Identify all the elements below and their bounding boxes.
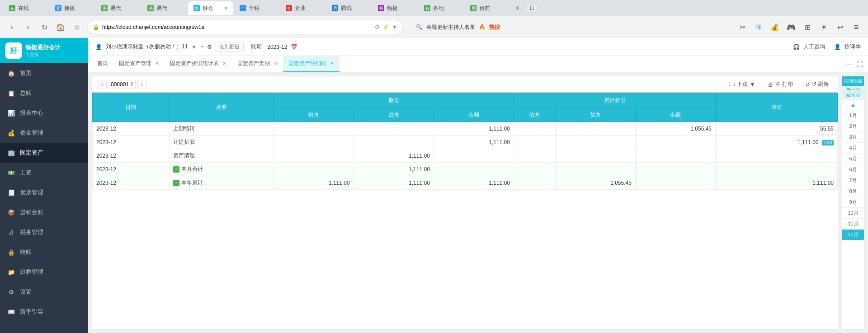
page-next-button[interactable]: › <box>137 80 146 89</box>
forward-button[interactable]: › <box>22 21 34 33</box>
bookmark-button[interactable]: ☆ <box>71 21 83 33</box>
back-button[interactable]: ‹ <box>5 21 18 33</box>
tab-xinban[interactable]: 新 新版 <box>50 1 95 15</box>
cell-date: 2023-12 <box>93 136 170 149</box>
sidebar-item-guide[interactable]: 📖 新手引导 <box>0 302 88 322</box>
sidebar-logo: 好 畅捷通好会计 专业版 <box>0 38 88 63</box>
tab-haohui[interactable]: 好 好会 ✕ <box>188 1 233 15</box>
tab-zaixin[interactable]: 在 在线 <box>4 1 49 15</box>
month-item-12[interactable]: 12月 <box>842 230 864 240</box>
month-item-9[interactable]: 9月 <box>842 197 864 208</box>
sidebar-item-fixed-assets[interactable]: 🏢 固定资产 <box>0 143 88 163</box>
sidebar-label-home: 首页 <box>20 69 32 77</box>
sidebar-item-invoice[interactable]: 🧾 发票管理 <box>0 183 88 202</box>
cell-accum-debit <box>514 122 555 136</box>
sidebar-item-home[interactable]: 🏠 首页 <box>0 63 88 83</box>
sidebar: 好 畅捷通好会计 专业版 🏠 首页 📋 总账 📊 报表中心 💰 资金管理 <box>0 38 88 333</box>
app-tab-home[interactable]: 首页 <box>92 56 113 72</box>
month-list: 1月 2月 3月 4月 5月 6月 7月 8月 9月 10月 11月 12月 <box>842 110 864 329</box>
tab-qiye[interactable]: C 企业 <box>280 1 326 15</box>
sidebar-item-ledger[interactable]: 📋 总账 <box>0 83 88 103</box>
sidebar-item-settings[interactable]: ⚙ 设置 <box>0 282 88 302</box>
app-container: 好 畅捷通好会计 专业版 🏠 首页 📋 总账 📊 报表中心 💰 资金管理 <box>0 38 868 333</box>
period-value: 2023-12 <box>267 44 287 50</box>
help-label[interactable]: 人工咨询 <box>803 43 825 51</box>
app-tab-asset-category[interactable]: 固定资产类别 ✕ <box>232 56 283 72</box>
download-button[interactable]: ↓ ↓ 下载 ▼ <box>725 79 759 89</box>
menu-icon[interactable]: ≡ <box>850 21 863 33</box>
sidebar-item-closing[interactable]: 🔒 结账 <box>0 242 88 262</box>
switch-version-button[interactable]: 切到旧版 <box>216 42 244 52</box>
translate-icon[interactable]: 译 <box>752 21 765 33</box>
cell-orig-balance <box>434 163 514 176</box>
month-item-5[interactable]: 5月 <box>842 154 864 164</box>
app-tab-asset-category-close[interactable]: ✕ <box>274 61 278 66</box>
tab-geshuui[interactable]: 个 个税 <box>234 1 279 15</box>
month-item-10[interactable]: 10月 <box>842 208 864 219</box>
site-settings-icon[interactable]: ⚙ <box>375 24 380 30</box>
cell-orig-debit <box>274 136 354 149</box>
theme-icon[interactable]: ☀ <box>817 21 830 33</box>
dropdown-icon[interactable]: ▼ <box>392 24 397 30</box>
month-item-8[interactable]: 8月 <box>842 186 864 197</box>
sidebar-item-reports[interactable]: 📊 报表中心 <box>0 103 88 123</box>
scissors-icon[interactable]: ✂ <box>736 21 749 33</box>
sidebar-label-reports: 报表中心 <box>20 109 43 117</box>
game-icon[interactable]: 🎮 <box>785 21 797 33</box>
search-text: 央视更新主持人名单 <box>426 23 475 31</box>
month-item-3[interactable]: 3月 <box>842 132 864 143</box>
month-item-6[interactable]: 6月 <box>842 164 864 175</box>
add-icon[interactable]: + <box>200 44 203 50</box>
home-button[interactable]: 🏠 <box>54 21 67 33</box>
dropdown-arrow: ▼ <box>750 81 755 88</box>
tab-changjie[interactable]: 畅 畅捷 <box>373 1 418 15</box>
refresh-icon: ↺ <box>806 81 810 88</box>
tab-yidai2[interactable]: 易 易代 <box>142 1 187 15</box>
app-tab-asset-mgmt[interactable]: 固定资产管理 ✕ <box>113 56 165 72</box>
username-label: 徐译华 <box>844 43 861 51</box>
sidebar-label-settings: 设置 <box>20 288 32 296</box>
url-bar[interactable]: 🔒 https://cloud.chanjet.com/accounting/u… <box>87 20 403 34</box>
table-body: 2023-12 上期结转 1,111.00 1,055.45 55.55 <box>93 122 838 190</box>
tab-yidai1[interactable]: 易 易代 <box>96 1 141 15</box>
tab-close-icon[interactable]: ✕ <box>224 5 228 11</box>
sidebar-item-purchase-sales[interactable]: 📦 进销台账 <box>0 202 88 222</box>
maximize-icon[interactable]: ⛶ <box>855 60 864 69</box>
month-item-4[interactable]: 4月 <box>842 143 864 154</box>
sidebar-item-tax[interactable]: 🖨 税务管理 <box>0 222 88 242</box>
refresh-button[interactable]: ↺ ↺ 刷新 <box>802 79 832 89</box>
app-tab-depreciation-stats-close[interactable]: ✕ <box>222 61 226 66</box>
tab-muqian[interactable]: 目 目前 <box>465 1 510 15</box>
wallet-icon[interactable]: 💰 <box>769 21 781 33</box>
page-input[interactable] <box>108 80 136 89</box>
tab-tencent[interactable]: 腾 腾讯 <box>326 1 372 15</box>
cell-accum-credit <box>555 163 635 176</box>
reports-icon: 📊 <box>7 109 15 117</box>
address-bar-row: ‹ › ↻ 🏠 ☆ 🔒 https://cloud.chanjet.com/ac… <box>0 16 868 38</box>
print-button[interactable]: 🖨 🖨 打印 <box>764 79 796 89</box>
settings-icon[interactable]: ⚙ <box>207 44 212 50</box>
calendar-icon[interactable]: 📅 <box>291 44 297 50</box>
app-tab-home-label: 首页 <box>97 60 108 67</box>
new-tab-button[interactable]: + <box>511 2 524 14</box>
app-tab-asset-detail[interactable]: 固定资产明细账 ✕ <box>283 56 340 72</box>
sidebar-item-funds[interactable]: 💰 资金管理 <box>0 123 88 143</box>
dropdown-arrow-icon[interactable]: ▼ <box>191 44 197 50</box>
reload-button[interactable]: ↻ <box>38 21 51 33</box>
page-prev-button[interactable]: ‹ <box>98 80 107 89</box>
month-item-7[interactable]: 7月 <box>842 175 864 186</box>
tab-gedi[interactable]: 各 各地 <box>419 1 464 15</box>
scroll-up-button[interactable]: ▲ <box>842 99 864 110</box>
sidebar-item-archive[interactable]: 📁 归档管理 <box>0 262 88 282</box>
app-tab-depreciation-stats[interactable]: 固定资产折旧统计表 ✕ <box>165 56 232 72</box>
app-tab-asset-detail-close[interactable]: ✕ <box>330 61 334 66</box>
app-tab-asset-mgmt-close[interactable]: ✕ <box>155 61 159 66</box>
minimize-icon[interactable]: — <box>844 60 854 69</box>
month-item-2[interactable]: 2月 <box>842 121 864 132</box>
month-item-11[interactable]: 11月 <box>842 219 864 230</box>
history-icon[interactable]: ↩ <box>834 21 846 33</box>
sidebar-item-payroll[interactable]: 💵 工资 <box>0 163 88 183</box>
cell-orig-debit <box>274 149 354 163</box>
month-item-1[interactable]: 1月 <box>842 110 864 121</box>
grid-icon[interactable]: ⊞ <box>801 21 814 33</box>
